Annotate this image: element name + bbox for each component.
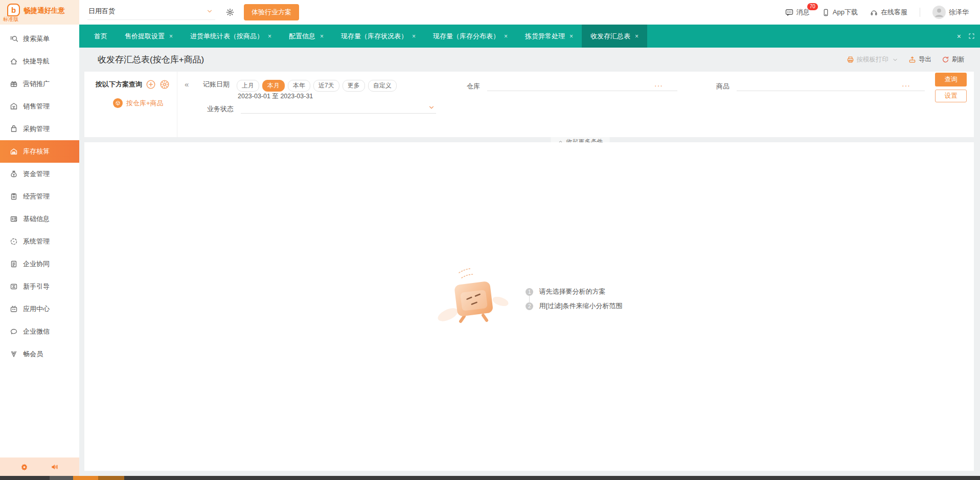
cube-icon xyxy=(113,98,123,108)
topbar: 日用百货 体验行业方案 消息 70 App下载 在线客服 徐泽华 xyxy=(79,0,980,25)
tab-close-icon[interactable]: × xyxy=(635,33,639,40)
ellipsis-picker-icon[interactable]: ··· xyxy=(902,81,910,90)
product-input[interactable]: ··· xyxy=(737,80,925,91)
sidebar-item-app-center[interactable]: 应用中心 xyxy=(0,298,79,320)
step-connector xyxy=(529,296,530,303)
title-bar: 收发存汇总表(按仓库+商品) 按模板打印 导出 刷新 xyxy=(79,48,980,72)
tab-bar: 首页 售价提取设置 × 进货单统计表（按商品） × 配置信息 × 现存量（库存状… xyxy=(79,25,980,48)
collapse-panel-icon[interactable]: « xyxy=(185,80,189,89)
date-pill-last-7-days[interactable]: 近7天 xyxy=(313,80,339,92)
tab-close-icon[interactable]: × xyxy=(320,33,324,40)
org-select[interactable]: 日用百货 xyxy=(87,5,215,20)
sidebar-footer xyxy=(0,457,79,476)
export-button[interactable]: 导出 xyxy=(908,55,931,64)
print-button[interactable]: 按模板打印 xyxy=(847,55,899,64)
expand-icon[interactable] xyxy=(968,33,975,39)
sidebar-item-collab[interactable]: 企业协同 xyxy=(0,253,79,275)
sidebar-item-search-menu[interactable]: 搜索菜单 xyxy=(0,28,79,50)
date-pill-this-year[interactable]: 本年 xyxy=(288,80,310,92)
export-icon xyxy=(908,56,916,63)
sidebar-item-inventory[interactable]: 库存核算 xyxy=(0,140,79,163)
messages-button[interactable]: 消息 70 xyxy=(785,8,810,17)
brand-logo-block: b 畅捷通好生意 标准版 xyxy=(0,0,79,25)
settings-button[interactable]: 设置 xyxy=(935,90,967,102)
sidebar-item-operations[interactable]: 经营管理 xyxy=(0,185,79,208)
date-range-value: 2023-03-01 至 2023-03-31 xyxy=(238,92,313,101)
gear-icon[interactable] xyxy=(225,8,235,17)
empty-step-1: 1 请先选择要分析的方案 xyxy=(526,287,622,296)
divider xyxy=(920,8,920,17)
add-plan-icon[interactable] xyxy=(146,79,156,90)
tab-label: 售价提取设置 xyxy=(125,32,165,41)
tab-close-icon[interactable]: × xyxy=(412,33,416,40)
settings-gear-icon[interactable] xyxy=(20,463,28,471)
date-pill-more[interactable]: 更多 xyxy=(343,80,365,92)
tab-home[interactable]: 首页 xyxy=(85,25,116,48)
sidebar-item-wechat[interactable]: 企业微信 xyxy=(0,320,79,343)
tab-picking-exception[interactable]: 拣货异常处理 × xyxy=(516,25,582,48)
results-panel: 1 请先选择要分析的方案 2 用[过滤]条件来缩小分析范围 xyxy=(84,142,974,471)
refresh-button[interactable]: 刷新 xyxy=(942,55,965,64)
tab-close-icon[interactable]: × xyxy=(504,33,508,40)
export-label: 导出 xyxy=(919,55,931,64)
date-pills: 上月 本月 本年 近7天 更多 自定义 xyxy=(237,80,397,92)
warehouse-input[interactable]: ··· xyxy=(487,80,677,91)
date-pill-this-month[interactable]: 本月 xyxy=(262,80,285,92)
status-filter-label: 业务状态 xyxy=(207,104,234,114)
tab-stock-status[interactable]: 现存量（库存状况表） × xyxy=(332,25,424,48)
chevron-down-icon xyxy=(206,8,213,15)
search-button[interactable]: 查询 xyxy=(935,73,967,86)
tab-purchase-stats[interactable]: 进货单统计表（按商品） × xyxy=(181,25,280,48)
sidebar-item-quick-nav[interactable]: 快捷导航 xyxy=(0,50,79,73)
trial-plan-button[interactable]: 体验行业方案 xyxy=(244,4,299,20)
sidebar-item-label: 资金管理 xyxy=(23,169,50,179)
sales-icon xyxy=(10,102,18,111)
refresh-icon xyxy=(942,56,949,63)
sidebar-item-label: 快捷导航 xyxy=(23,57,50,66)
date-pill-last-month[interactable]: 上月 xyxy=(237,80,259,92)
query-plan-label: 按仓库+商品 xyxy=(126,99,164,108)
date-filter-label: 记账日期 xyxy=(203,80,230,92)
sidebar-item-sales[interactable]: 销售管理 xyxy=(0,95,79,118)
tab-price-extract-settings[interactable]: 售价提取设置 × xyxy=(116,25,181,48)
tab-label: 配置信息 xyxy=(289,32,315,41)
sidebar: b 畅捷通好生意 标准版 搜索菜单 快捷导航 营销推广 销售管理 采购管理 库存… xyxy=(0,0,79,476)
taskbar-segment xyxy=(73,476,98,480)
date-pill-custom[interactable]: 自定义 xyxy=(368,80,397,92)
clipboard-icon xyxy=(10,192,18,201)
sidebar-item-purchase[interactable]: 采购管理 xyxy=(0,118,79,140)
tab-inout-summary[interactable]: 收发存汇总表 × xyxy=(582,25,647,48)
user-menu[interactable]: 徐泽华 xyxy=(932,6,969,19)
member-v-icon xyxy=(10,350,18,358)
tab-close-icon[interactable]: × xyxy=(169,33,173,40)
sidebar-item-system[interactable]: 系统管理 xyxy=(0,230,79,253)
sidebar-item-guide[interactable]: 新手引导 xyxy=(0,275,79,298)
sidebar-item-label: 经营管理 xyxy=(23,192,50,201)
phone-icon xyxy=(822,9,830,16)
app-download-button[interactable]: App下载 xyxy=(822,8,858,17)
sidebar-item-label: 应用中心 xyxy=(23,304,50,314)
tab-config-info[interactable]: 配置信息 × xyxy=(280,25,332,48)
query-plan-item[interactable]: 按仓库+商品 xyxy=(113,98,177,108)
tab-close-icon[interactable]: × xyxy=(268,33,271,40)
sidebar-item-funds[interactable]: 资金管理 xyxy=(0,163,79,185)
sidebar-item-label: 搜索菜单 xyxy=(23,34,50,43)
chevron-down-icon xyxy=(892,57,898,63)
sidebar-item-label: 库存核算 xyxy=(23,147,50,156)
tab-label: 拣货异常处理 xyxy=(525,32,565,41)
online-service-button[interactable]: 在线客服 xyxy=(870,8,907,17)
plan-settings-icon[interactable] xyxy=(159,79,170,90)
speaker-icon[interactable] xyxy=(51,463,59,471)
printer-icon xyxy=(847,56,854,63)
username: 徐泽华 xyxy=(949,8,969,17)
sidebar-item-marketing[interactable]: 营销推广 xyxy=(0,73,79,95)
close-icon[interactable]: × xyxy=(957,32,961,40)
tab-stock-distribution[interactable]: 现存量（库存分布表） × xyxy=(424,25,516,48)
status-select[interactable] xyxy=(241,102,436,114)
tab-close-icon[interactable]: × xyxy=(569,33,573,40)
sidebar-item-base-info[interactable]: 基础信息 xyxy=(0,208,79,230)
ellipsis-picker-icon[interactable]: ··· xyxy=(654,81,663,90)
filter-panel: 按以下方案查询 按仓库+商品 « 记账日期 上月 本月 本年 近7天 更多 自定… xyxy=(84,72,974,137)
tab-label: 现存量（库存分布表） xyxy=(433,32,499,41)
sidebar-item-member[interactable]: 畅会员 xyxy=(0,343,79,365)
